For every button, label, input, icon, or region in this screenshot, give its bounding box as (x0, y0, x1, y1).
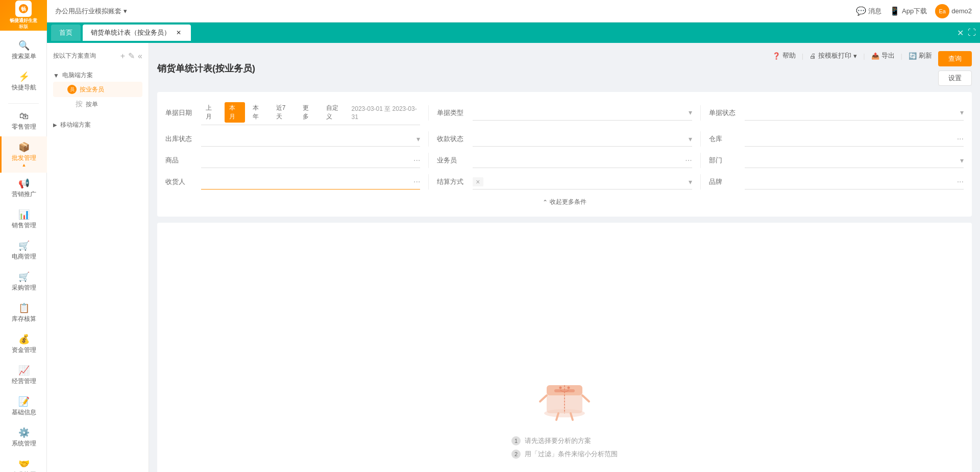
product-control[interactable]: ··· (201, 153, 420, 168)
dept-dropdown-icon[interactable]: ▾ (960, 156, 964, 164)
user-profile[interactable]: Ea demo2 (935, 4, 972, 18)
tip-text-1: 请先选择要分析的方案 (525, 436, 591, 445)
filter-sep-1 (428, 105, 429, 121)
message-button[interactable]: 💬 消息 (856, 6, 881, 16)
empty-tip-2: 2 用「过滤」条件来缩小分析范围 (511, 450, 618, 459)
brand-more-icon[interactable]: ··· (957, 177, 964, 186)
product-more-icon[interactable]: ··· (413, 156, 420, 165)
payment-tag-close-icon[interactable]: × (476, 178, 480, 186)
add-scheme-icon[interactable]: + (120, 52, 125, 61)
collapse-panel-icon[interactable]: « (138, 52, 142, 61)
brand-control[interactable]: ··· (745, 174, 964, 190)
export-action[interactable]: 📤 导出 (871, 51, 895, 60)
doc-type-dropdown-icon[interactable]: ▾ (689, 108, 692, 116)
message-icon: 💬 (856, 6, 866, 16)
payment-method-dropdown-icon[interactable]: ▾ (689, 178, 692, 186)
tab-close-icon[interactable]: ✕ (175, 29, 183, 37)
sidebar-item-sales[interactable]: 📊 销售管理 (0, 204, 47, 235)
edit-scheme-icon[interactable]: ✎ (128, 51, 135, 61)
scheme-subitem-order[interactable]: 按 按单 (53, 97, 142, 111)
date-last-7[interactable]: 近7天 (272, 102, 295, 123)
sidebar-item-enterprise[interactable]: 🤝 企业协同 (0, 453, 47, 472)
help-label: 帮助 (782, 51, 796, 60)
pc-scheme-group-header[interactable]: ▼ 电脑端方案 (53, 69, 142, 82)
payment-status-control[interactable]: ▾ (473, 131, 692, 147)
doc-status-control[interactable]: ▾ (745, 105, 964, 121)
order-scheme-icon: 按 (76, 100, 83, 109)
tab-close-all-icon[interactable]: ✕ (957, 28, 964, 38)
tip-num-2: 2 (511, 450, 521, 459)
filter-doc-type: 单据类型 ▾ (437, 105, 692, 121)
scheme-item-salesperson[interactable]: 员 按业务员 (53, 82, 142, 97)
filter-sep-4 (700, 131, 701, 147)
sidebar-item-search[interactable]: 🔍 搜索菜单 (0, 35, 47, 66)
sidebar-item-basic[interactable]: 📝 基础信息 (0, 391, 47, 422)
svg-point-11 (559, 387, 562, 389)
avatar-text: Ea (939, 8, 946, 14)
app-download-button[interactable]: 📱 App下载 (890, 6, 927, 16)
sidebar-item-system[interactable]: ⚙️ 系统管理 (0, 422, 47, 453)
filter-consignee: 收货人 ··· (165, 174, 420, 190)
sidebar-item-retail[interactable]: 🛍 零售管理 (0, 106, 47, 136)
left-panel: 按以下方案查询 + ✎ « ▼ 电脑端方案 员 (47, 43, 149, 472)
retail-icon: 🛍 (19, 111, 29, 122)
payment-status-label: 收款状态 (437, 134, 473, 144)
dept-control[interactable]: ▾ (745, 153, 964, 168)
sidebar-item-marketing[interactable]: 📢 营销推广 (0, 173, 47, 204)
help-action[interactable]: ❓ 帮助 (772, 51, 796, 60)
tab-home[interactable]: 首页 (51, 25, 81, 41)
sidebar-item-wholesale[interactable]: 📦 批发管理 ▲ (0, 136, 47, 173)
settings-button[interactable]: 设置 (938, 70, 972, 86)
filter-row-1: 单据日期 上月 本月 本年 近7天 更多 自定义 2023-03-01 至 20… (165, 100, 964, 125)
consignee-control[interactable]: ··· (201, 174, 420, 190)
consignee-more-icon[interactable]: ··· (413, 177, 420, 186)
doc-type-label: 单据类型 (437, 108, 473, 117)
product-label: 商品 (165, 156, 201, 165)
payment-method-label: 结算方式 (437, 177, 473, 186)
out-status-control[interactable]: ▾ (201, 131, 420, 147)
date-prev-month[interactable]: 上月 (201, 102, 222, 123)
mobile-scheme-header[interactable]: ▶ 移动端方案 (47, 117, 149, 132)
salesperson-more-icon[interactable]: ··· (685, 156, 692, 165)
tab-bar: 首页 销货单统计表（按业务员） ✕ ✕ ⛶ (47, 22, 980, 43)
payment-status-dropdown-icon[interactable]: ▾ (689, 135, 692, 143)
sidebar-item-purchase[interactable]: 🛒 采购管理 (0, 266, 47, 297)
left-panel-header: 按以下方案查询 + ✎ « (47, 47, 149, 65)
warehouse-control[interactable]: ··· (745, 131, 964, 147)
query-button[interactable]: 查询 (938, 51, 972, 66)
tab-sales-stat[interactable]: 销货单统计表（按业务员） ✕ (83, 25, 191, 41)
salesperson-label: 业务员 (437, 156, 473, 165)
empty-illustration (534, 365, 595, 426)
refresh-action[interactable]: 🔄 刷新 (909, 51, 932, 60)
date-this-year[interactable]: 本年 (248, 102, 268, 123)
doc-status-dropdown-icon[interactable]: ▾ (960, 108, 964, 116)
salesperson-control[interactable]: ··· (473, 153, 692, 168)
wholesale-icon: 📦 (18, 141, 30, 153)
tab-expand-icon[interactable]: ⛶ (968, 28, 976, 37)
print-action[interactable]: 🖨 按模板打印 ▾ (810, 51, 857, 60)
pc-group-arrow: ▼ (53, 72, 59, 79)
date-more[interactable]: 更多 (298, 102, 318, 123)
sidebar-item-operation[interactable]: 📈 经营管理 (0, 360, 47, 391)
filter-payment-status: 收款状态 ▾ (437, 131, 692, 147)
phone-icon: 📱 (890, 6, 900, 16)
date-custom[interactable]: 自定义 (322, 102, 348, 123)
payment-method-tags: × (473, 177, 686, 186)
out-status-dropdown-icon[interactable]: ▾ (416, 135, 420, 143)
sales-icon: 📊 (18, 209, 30, 220)
filter-salesperson: 业务员 ··· (437, 153, 692, 168)
date-this-month[interactable]: 本月 (225, 102, 245, 123)
collapse-button[interactable]: ⌃ 收起更多条件 (536, 196, 593, 208)
warehouse-more-icon[interactable]: ··· (957, 134, 964, 144)
sidebar-item-finance[interactable]: 💰 资金管理 (0, 328, 47, 360)
sidebar-item-inventory[interactable]: 📋 库存核算 (0, 297, 47, 328)
pc-group-label: 电脑端方案 (62, 71, 93, 80)
breadcrumb-dropdown[interactable]: 办公用品行业模拟账套 ▾ (55, 7, 127, 16)
sidebar-item-quick[interactable]: ⚡ 快捷导航 (0, 66, 47, 97)
filter-out-status: 出库状态 ▾ (165, 131, 420, 147)
sidebar-item-ecommerce[interactable]: 🛒 电商管理 (0, 235, 47, 266)
doc-type-control[interactable]: ▾ (473, 105, 692, 121)
content-area: 按以下方案查询 + ✎ « ▼ 电脑端方案 员 (47, 43, 980, 472)
inventory-icon: 📋 (18, 302, 30, 314)
app-logo: 畅 畅捷通好生意 标版 (0, 0, 47, 31)
